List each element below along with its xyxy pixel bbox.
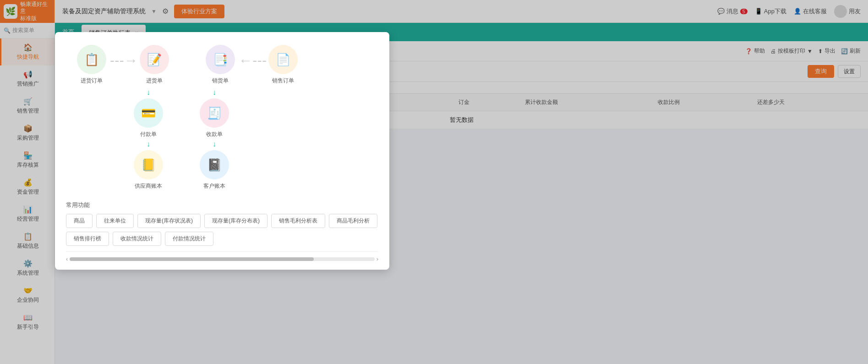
receipt-col: 🧾 收款单 — [200, 98, 229, 138]
customer-ledger-node[interactable]: 📓 客户账本 — [200, 150, 229, 190]
purchase-order-circle: 📋 — [77, 45, 106, 74]
common-functions-title: 常用功能 — [66, 201, 378, 209]
func-btn-product[interactable]: 商品 — [66, 214, 93, 228]
receipt-label: 收款单 — [206, 130, 223, 138]
func-btn-receipt-stats[interactable]: 收款情况统计 — [113, 232, 161, 246]
sales-order-col: 📄 销售订单 — [268, 45, 298, 85]
flow-popup: 📋 进货订单 - - - → 📝 进货单 — [55, 32, 389, 270]
function-buttons-row2: 销售排行榜 收款情况统计 付款情况统计 — [66, 232, 378, 246]
arrow-down-payment: ↓ — [147, 140, 150, 148]
func-btn-payment-stats[interactable]: 付款情况统计 — [165, 232, 213, 246]
func-btn-product-profit[interactable]: 商品毛利分析 — [329, 214, 377, 228]
arrow-sales-order-to-bill: ← - - - — [239, 53, 265, 68]
func-btn-sales-rank[interactable]: 销售排行榜 — [66, 232, 109, 246]
supplier-ledger-label: 供应商账本 — [135, 182, 162, 190]
sales-order-circle: 📄 — [268, 45, 298, 74]
purchase-order-node[interactable]: 📋 进货订单 — [77, 45, 106, 85]
receipt-circle: 🧾 — [200, 98, 229, 128]
flow-diagram: 📋 进货订单 - - - → 📝 进货单 — [66, 41, 378, 192]
purchase-bill-node[interactable]: 📝 进货单 — [140, 45, 169, 85]
payment-circle: 💳 — [134, 98, 163, 128]
customer-ledger-circle: 📓 — [200, 150, 229, 179]
func-btn-inventory-status[interactable]: 现存量(库存状况表) — [137, 214, 201, 228]
sales-bill-label: 销货单 — [212, 77, 229, 85]
func-btn-partners[interactable]: 往来单位 — [96, 214, 134, 228]
scrollbar-thumb — [70, 257, 313, 261]
purchase-bill-col: 📝 进货单 — [140, 45, 169, 85]
scrollbar-left-arrow[interactable]: ‹ — [66, 255, 68, 262]
sales-order-label: 销售订单 — [272, 77, 294, 85]
purchase-bill-label: 进货单 — [146, 77, 163, 85]
supplier-ledger-col: 📒 供应商账本 — [134, 150, 163, 190]
purchase-bill-circle: 📝 — [140, 45, 169, 74]
arrow-down-purchase: ↓ — [147, 88, 150, 96]
func-btn-sales-profit[interactable]: 销售毛利分析表 — [271, 214, 325, 228]
sales-bill-col: 📑 销货单 — [206, 45, 235, 85]
purchase-order-label: 进货订单 — [81, 77, 103, 85]
arrow-down-receipt: ↓ — [213, 140, 216, 148]
arrow-purchase-order-to-bill: - - - → — [110, 53, 136, 68]
purchase-order-col: 📋 进货订单 — [77, 45, 106, 85]
scrollbar-track[interactable] — [70, 257, 374, 261]
payment-node[interactable]: 💳 付款单 — [134, 98, 163, 138]
sales-bill-node[interactable]: 📑 销货单 — [206, 45, 235, 85]
function-buttons-container: 商品 往来单位 现存量(库存状况表) 现存量(库存分布表) 销售毛利分析表 商品… — [66, 214, 378, 228]
popup-scrollbar: ‹ › — [66, 251, 378, 262]
scrollbar-right-arrow[interactable]: › — [377, 255, 378, 262]
payment-col: 💳 付款单 — [134, 98, 163, 138]
customer-ledger-label: 客户账本 — [203, 182, 225, 190]
payment-label: 付款单 — [140, 130, 157, 138]
supplier-ledger-circle: 📒 — [134, 150, 163, 179]
sales-order-node[interactable]: 📄 销售订单 — [268, 45, 298, 85]
supplier-ledger-node[interactable]: 📒 供应商账本 — [134, 150, 163, 190]
arrow-down-sales: ↓ — [213, 88, 216, 96]
sales-bill-circle: 📑 — [206, 45, 235, 74]
common-functions-section: 常用功能 商品 往来单位 现存量(库存状况表) 现存量(库存分布表) 销售毛利分… — [66, 201, 378, 246]
customer-ledger-col: 📓 客户账本 — [200, 150, 229, 190]
receipt-node[interactable]: 🧾 收款单 — [200, 98, 229, 138]
func-btn-inventory-dist[interactable]: 现存量(库存分布表) — [204, 214, 267, 228]
